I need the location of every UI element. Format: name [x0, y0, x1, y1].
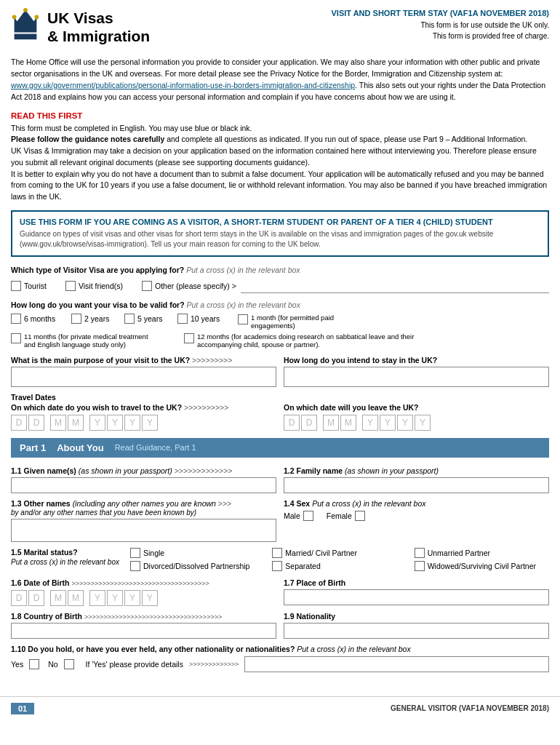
- nationality-input[interactable]: [284, 623, 549, 639]
- field-1-3-label: 1.3 Other names (including any other nam…: [11, 499, 276, 517]
- svg-point-2: [23, 8, 28, 12]
- tourist-label: Tourist: [24, 282, 47, 290]
- svg-rect-0: [15, 34, 37, 40]
- separated-label: Separated: [285, 562, 320, 570]
- visa-type-question: Which type of Visitor Visa are you apply…: [11, 266, 549, 274]
- privacy-notice: The Home Office will use the personal in…: [11, 57, 549, 103]
- return-d2[interactable]: D: [301, 415, 317, 431]
- depart-date-field: D D M M Y Y Y Y: [11, 415, 276, 431]
- family-name-input[interactable]: [284, 477, 549, 493]
- visit-friends-checkbox[interactable]: [65, 281, 76, 291]
- read-first-line4: It is better to explain why you do not h…: [11, 169, 549, 203]
- depart-date-col: On which date do you wish to travel to t…: [11, 403, 276, 431]
- return-y4[interactable]: Y: [415, 415, 431, 431]
- depart-y4[interactable]: Y: [142, 415, 158, 431]
- subtitle2: This form is provided free of charge.: [332, 31, 550, 41]
- return-y3[interactable]: Y: [397, 415, 413, 431]
- return-m1[interactable]: M: [323, 415, 339, 431]
- svg-point-3: [12, 15, 17, 20]
- field-1-5: 1.5 Marital status? Put a cross (x) in t…: [11, 548, 549, 571]
- read-first-heading: READ THIS FIRST: [11, 110, 549, 122]
- return-label: On which date will you leave the UK?: [284, 403, 549, 412]
- no-checkbox[interactable]: [64, 659, 74, 669]
- field-1-9: 1.9 Nationality: [284, 612, 549, 639]
- purpose-stay-row: What is the main purpose of your visit t…: [11, 356, 549, 387]
- depart-d2[interactable]: D: [28, 415, 44, 431]
- 10years-checkbox[interactable]: [177, 314, 188, 324]
- dob-y3[interactable]: Y: [124, 590, 140, 606]
- 11months-checkbox[interactable]: [11, 333, 21, 343]
- main-purpose-label: What is the main purpose of your visit t…: [11, 356, 276, 364]
- depart-label: On which date do you wish to travel to t…: [11, 403, 276, 412]
- 10years-label: 10 years: [191, 314, 220, 323]
- separated-checkbox[interactable]: [272, 561, 282, 571]
- return-y2[interactable]: Y: [380, 415, 396, 431]
- 1month-checkbox[interactable]: [238, 314, 248, 324]
- tourist-checkbox[interactable]: [11, 281, 21, 291]
- visa-validity-question: How long do you want your visa to be val…: [11, 300, 549, 309]
- depart-m1[interactable]: M: [50, 415, 66, 431]
- depart-y2[interactable]: Y: [107, 415, 123, 431]
- widowed-option: Widowed/Surviving Civil Partner: [415, 561, 549, 571]
- intended-stay-input[interactable]: [284, 367, 549, 387]
- sex-options: Male Female: [284, 511, 549, 521]
- single-checkbox[interactable]: [130, 548, 140, 558]
- 2years-checkbox[interactable]: [71, 314, 81, 324]
- other-names-input[interactable]: [11, 519, 276, 542]
- 2years-option: 2 years: [71, 314, 119, 324]
- divorced-label: Divorced/Dissolved Partnership: [143, 562, 249, 570]
- dob-d2[interactable]: D: [28, 590, 44, 606]
- dob-m2[interactable]: M: [68, 590, 84, 606]
- 12months-label: 12 months (for academics doing research …: [197, 332, 417, 348]
- yes-checkbox[interactable]: [29, 659, 39, 669]
- 6months-checkbox[interactable]: [11, 314, 21, 324]
- return-m2[interactable]: M: [340, 415, 356, 431]
- dob-y2[interactable]: Y: [107, 590, 123, 606]
- female-checkbox[interactable]: [355, 511, 365, 521]
- male-checkbox[interactable]: [303, 511, 313, 521]
- travel-dates-row: On which date do you wish to travel to t…: [11, 403, 549, 431]
- return-d1[interactable]: D: [284, 415, 300, 431]
- widowed-checkbox[interactable]: [415, 561, 425, 571]
- depart-m2[interactable]: M: [68, 415, 84, 431]
- part1-guidance: Read Guidance, Part 1: [115, 443, 196, 452]
- read-first-line3: UK Visas & Immigration may take a decisi…: [11, 146, 549, 169]
- 1month-option: 1 month (for permitted paid engagements): [238, 314, 354, 330]
- depart-y1[interactable]: Y: [89, 415, 105, 431]
- validity-row2: 11 months (for private medical treatment…: [11, 332, 549, 348]
- return-y1[interactable]: Y: [362, 415, 378, 431]
- other-specify-field[interactable]: [241, 279, 549, 293]
- given-names-input[interactable]: [11, 477, 276, 493]
- dob-d1[interactable]: D: [11, 590, 27, 606]
- depart-d1[interactable]: D: [11, 415, 27, 431]
- dob-y1[interactable]: Y: [89, 590, 105, 606]
- depart-y3[interactable]: Y: [124, 415, 140, 431]
- header-right: VISIT AND SHORT TERM STAY (VAF1A NOVEMBE…: [332, 7, 550, 41]
- part1-number: Part 1: [20, 442, 46, 453]
- field-1-3: 1.3 Other names (including any other nam…: [11, 499, 276, 542]
- header: UK Visas & Immigration VISIT AND SHORT T…: [0, 0, 560, 51]
- 5years-label: 5 years: [137, 314, 162, 323]
- place-of-birth-input[interactable]: [284, 589, 549, 605]
- yes-label: Yes: [11, 660, 23, 669]
- marital-status-row: 1.5 Marital status? Put a cross (x) in t…: [11, 548, 549, 571]
- 12months-checkbox[interactable]: [184, 333, 194, 343]
- country-of-birth-input[interactable]: [11, 623, 276, 639]
- single-option: Single: [130, 548, 265, 558]
- field-1-8-label: 1.8 Country of Birth >>>>>>>>>>>>>>>>>>>…: [11, 612, 276, 621]
- other-nationalities-input[interactable]: [244, 656, 549, 672]
- intended-stay-label: How long do you intend to stay in the UK…: [284, 356, 549, 364]
- male-option: Male: [284, 511, 313, 521]
- dob-m1[interactable]: M: [50, 590, 66, 606]
- other-checkbox[interactable]: [142, 281, 152, 291]
- privacy-link[interactable]: www.gov.uk/government/publications/perso…: [11, 81, 355, 89]
- field-1-5-label: 1.5 Marital status?: [11, 548, 119, 557]
- main-purpose-input[interactable]: [11, 367, 276, 387]
- 5years-checkbox[interactable]: [124, 314, 135, 324]
- dob-y4[interactable]: Y: [142, 590, 158, 606]
- unmarried-checkbox[interactable]: [415, 548, 425, 558]
- married-checkbox[interactable]: [272, 548, 282, 558]
- divorced-checkbox[interactable]: [130, 561, 140, 571]
- field-1-2-label: 1.2 Family name (as shown in your passpo…: [284, 466, 549, 475]
- visa-type-section: Which type of Visitor Visa are you apply…: [11, 266, 549, 293]
